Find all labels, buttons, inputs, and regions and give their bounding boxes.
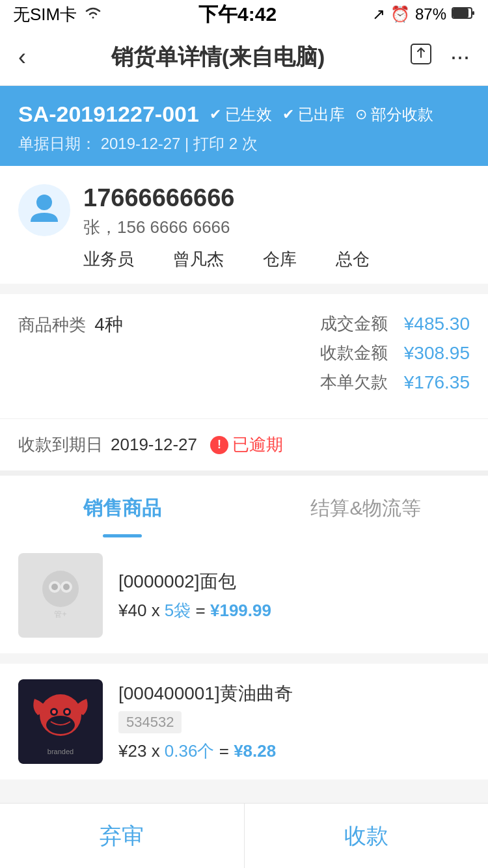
due-date-value: 2019-12-27	[111, 435, 197, 455]
cancel-button[interactable]: 弃审	[0, 804, 244, 868]
warehouse-value: 总仓	[336, 248, 370, 271]
location-icon: ↗	[372, 5, 385, 23]
badge-effective-label: 已生效	[225, 104, 272, 125]
wifi-icon	[83, 5, 103, 25]
battery-icon	[452, 5, 475, 23]
more-button[interactable]: ···	[450, 43, 470, 71]
summary-right: 成交金额 ¥485.30 收款金额 ¥308.95 本单欠款 ¥176.35	[320, 312, 470, 400]
badge-partial-label: 部分收款	[371, 104, 433, 125]
tab-products[interactable]: 销售商品	[0, 476, 244, 537]
badge-partial-payment: ⊙ 部分收款	[355, 104, 433, 125]
transaction-label: 成交金额	[320, 312, 388, 335]
customer-name: 张，156 6666 6666	[83, 216, 470, 239]
overdue-text: 已逾期	[232, 433, 283, 456]
transaction-amount: ¥485.30	[398, 314, 470, 334]
product-image-1: 管+	[18, 553, 103, 638]
svg-point-9	[63, 584, 70, 590]
sim-status: 无SIM卡	[13, 3, 77, 26]
debt-row: 本单欠款 ¥176.35	[320, 371, 470, 394]
check-icon-1: ✔	[210, 106, 221, 123]
tabs-section: 销售商品 结算&物流等	[0, 470, 488, 537]
nav-actions: ···	[410, 43, 470, 71]
customer-section: 17666666666 张，156 6666 6666 业务员 曾凡杰 仓库 总…	[0, 166, 488, 284]
qty-2: 0.36个	[165, 741, 215, 761]
order-date: 2019-12-27	[101, 135, 181, 152]
status-time: 下午4:42	[198, 1, 277, 28]
svg-point-16	[52, 710, 56, 714]
customer-info: 17666666666 张，156 6666 6666 业务员 曾凡杰 仓库 总…	[83, 184, 470, 271]
customer-phone: 17666666666	[83, 184, 470, 212]
bottom-bar: 弃审 收款	[0, 803, 488, 868]
banner-bottom: 单据日期： 2019-12-27 | 打印 2 次	[18, 133, 470, 154]
salesman-value: 曾凡杰	[173, 248, 224, 271]
debt-label: 本单欠款	[320, 371, 388, 394]
list-item: branded [000400001]黄油曲奇 534532 ¥23 x 0.3…	[0, 664, 488, 780]
badge-shipped: ✔ 已出库	[282, 104, 345, 125]
overdue-icon: !	[210, 436, 228, 454]
summary-left: 商品种类 4种	[18, 312, 123, 337]
total-2: ¥8.28	[234, 741, 276, 761]
svg-point-4	[36, 195, 52, 210]
tab-settlement-label: 结算&物流等	[310, 497, 421, 519]
svg-point-8	[51, 584, 58, 590]
total-1: ¥199.99	[210, 601, 271, 620]
summary-section: 商品种类 4种 成交金额 ¥485.30 收款金额 ¥308.95 本单欠款 ¥…	[0, 294, 488, 418]
svg-text:branded: branded	[47, 748, 74, 755]
price-2: ¥23	[118, 741, 146, 761]
received-row: 收款金额 ¥308.95	[320, 342, 470, 364]
received-amount: ¥308.95	[398, 343, 470, 364]
tab-products-label: 销售商品	[83, 497, 161, 519]
svg-text:管+: 管+	[54, 610, 66, 619]
list-item: 管+ [0000002]面包 ¥40 x 5袋 = ¥199.99	[0, 537, 488, 653]
alarm-icon: ⏰	[390, 5, 410, 23]
svg-point-17	[65, 710, 69, 714]
customer-meta: 业务员 曾凡杰 仓库 总仓	[83, 248, 470, 271]
product-price-1: ¥40 x 5袋 = ¥199.99	[118, 599, 470, 622]
price-1: ¥40	[118, 601, 146, 620]
date-label: 单据日期：	[18, 135, 96, 152]
debt-amount: ¥176.35	[398, 372, 470, 393]
product-name-2: [000400001]黄油曲奇	[118, 681, 470, 706]
product-placeholder-1: 管+	[18, 553, 103, 638]
product-image-2: branded	[18, 679, 103, 764]
nav-bar: ‹ 销货单详情(来自电脑) ···	[0, 29, 488, 86]
share-button[interactable]	[410, 43, 432, 71]
qty-1: 5袋	[165, 601, 191, 620]
overdue-badge: ! 已逾期	[210, 433, 283, 456]
badge-shipped-label: 已出库	[298, 104, 345, 125]
status-bar: 无SIM卡 下午4:42 ↗ ⏰ 87%	[0, 0, 488, 29]
product-img-ninja: branded	[18, 679, 103, 764]
svg-rect-1	[453, 8, 468, 18]
status-right: ↗ ⏰ 87%	[372, 5, 475, 23]
tab-settlement[interactable]: 结算&物流等	[244, 476, 488, 537]
badge-effective: ✔ 已生效	[210, 104, 272, 125]
avatar	[18, 184, 70, 236]
back-button[interactable]: ‹	[18, 44, 26, 71]
page-title: 销货单详情(来自电脑)	[111, 42, 325, 72]
status-left: 无SIM卡	[13, 3, 103, 26]
divider-1	[0, 284, 488, 294]
product-price-2: ¥23 x 0.36个 = ¥8.28	[118, 740, 470, 763]
battery-level: 87%	[415, 5, 446, 23]
transaction-row: 成交金额 ¥485.30	[320, 312, 470, 335]
warehouse-label: 仓库	[263, 248, 297, 271]
product-type-label: 商品种类	[18, 315, 86, 334]
due-date-section: 收款到期日 2019-12-27 ! 已逾期	[0, 418, 488, 470]
check-icon-2: ✔	[282, 106, 294, 123]
product-type-value: 4种	[94, 314, 123, 334]
product-name-1: [0000002]面包	[118, 569, 470, 594]
product-details-1: [0000002]面包 ¥40 x 5袋 = ¥199.99	[118, 569, 470, 622]
product-details-2: [000400001]黄油曲奇 534532 ¥23 x 0.36个 = ¥8.…	[118, 681, 470, 763]
header-banner: SA-20191227-001 ✔ 已生效 ✔ 已出库 ⊙ 部分收款 单据日期：…	[0, 86, 488, 166]
banner-top: SA-20191227-001 ✔ 已生效 ✔ 已出库 ⊙ 部分收款	[18, 102, 470, 127]
print-info: | 打印 2 次	[185, 135, 258, 152]
due-label: 收款到期日	[18, 433, 103, 456]
svg-rect-2	[472, 11, 474, 15]
confirm-button[interactable]: 收款	[244, 804, 489, 868]
order-number: SA-20191227-001	[18, 102, 199, 127]
product-tag-2: 534532	[118, 711, 182, 733]
received-label: 收款金额	[320, 342, 388, 364]
salesman-label: 业务员	[83, 248, 134, 271]
clock-icon: ⊙	[355, 106, 367, 123]
product-list: 管+ [0000002]面包 ¥40 x 5袋 = ¥199.99	[0, 537, 488, 780]
